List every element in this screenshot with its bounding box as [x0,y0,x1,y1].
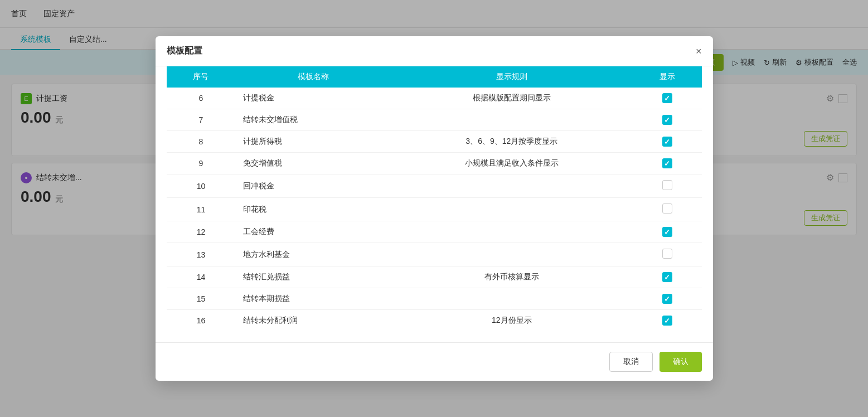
cell-rule: 12月份显示 [391,310,633,332]
checkbox-10[interactable] [662,180,672,190]
cell-rule: 小规模且满足收入条件显示 [391,153,633,174]
table-row: 11印花税 [167,198,702,221]
checkbox-7[interactable] [662,115,672,125]
cell-rule: 根据模版配置期间显示 [391,88,633,109]
modal-template-config: 模板配置 × 序号 模板名称 显示规则 显示 6计提税金根据模版配置期间 [156,36,713,381]
col-header-display: 显示 [633,66,702,88]
cell-name: 结转汇兑损益 [235,266,391,288]
cell-id: 14 [167,266,236,288]
cell-check [633,310,702,332]
cell-id: 8 [167,131,236,153]
cell-id: 13 [167,243,236,266]
table-row: 15结转本期损益 [167,288,702,310]
checkbox-11[interactable] [662,203,672,214]
table-row: 8计提所得税3、6、9、12月按季度显示 [167,131,702,153]
checkbox-14[interactable] [662,272,672,282]
cell-rule: 3、6、9、12月按季度显示 [391,131,633,153]
table-row: 7结转未交增值税 [167,109,702,131]
cell-name: 结转本期损益 [235,288,391,310]
table-row: 12工会经费 [167,221,702,243]
background-page: 首页 固定资产 系统模板 自定义结... 测算金额 ▷ 视频 ↻ 刷新 ⚙ 模板… [0,0,868,417]
cell-name: 工会经费 [235,221,391,243]
table-row: 10回冲税金 [167,174,702,198]
cell-check [633,109,702,131]
cell-rule [391,198,633,221]
cell-id: 15 [167,288,236,310]
cell-check [633,266,702,288]
checkbox-13[interactable] [662,249,672,259]
cell-name: 地方水利基金 [235,243,391,266]
cell-name: 结转未交增值税 [235,109,391,131]
cell-id: 11 [167,198,236,221]
checkbox-6[interactable] [662,93,672,103]
cell-id: 10 [167,174,236,198]
cell-check [633,131,702,153]
cell-check [633,288,702,310]
cell-rule [391,243,633,266]
modal-overlay: 模板配置 × 序号 模板名称 显示规则 显示 6计提税金根据模版配置期间 [0,0,868,417]
table-header-row: 序号 模板名称 显示规则 显示 [167,66,702,88]
modal-header: 模板配置 × [156,36,713,66]
col-header-id: 序号 [167,66,236,88]
cell-id: 16 [167,310,236,332]
cell-check [633,153,702,174]
checkbox-8[interactable] [662,137,672,147]
cell-check [633,198,702,221]
checkbox-15[interactable] [662,294,672,304]
modal-close-button[interactable]: × [696,46,702,56]
cell-rule: 有外币核算显示 [391,266,633,288]
cell-name: 回冲税金 [235,174,391,198]
config-table: 序号 模板名称 显示规则 显示 6计提税金根据模版配置期间显示7结转未交增值税8… [167,66,702,331]
modal-title: 模板配置 [167,45,202,57]
cell-rule [391,221,633,243]
cancel-button[interactable]: 取消 [609,352,653,372]
table-row: 14结转汇兑损益有外币核算显示 [167,266,702,288]
cell-check [633,243,702,266]
cell-name: 印花税 [235,198,391,221]
cell-id: 9 [167,153,236,174]
cell-rule [391,174,633,198]
cell-id: 6 [167,88,236,109]
table-row: 9免交增值税小规模且满足收入条件显示 [167,153,702,174]
table-row: 6计提税金根据模版配置期间显示 [167,88,702,109]
checkbox-16[interactable] [662,316,672,326]
cell-name: 结转未分配利润 [235,310,391,332]
cell-rule [391,109,633,131]
cell-check [633,174,702,198]
cell-name: 计提所得税 [235,131,391,153]
cell-name: 计提税金 [235,88,391,109]
table-row: 13地方水利基金 [167,243,702,266]
col-header-name: 模板名称 [235,66,391,88]
cell-id: 12 [167,221,236,243]
table-row: 16结转未分配利润12月份显示 [167,310,702,332]
checkbox-12[interactable] [662,227,672,237]
modal-body: 序号 模板名称 显示规则 显示 6计提税金根据模版配置期间显示7结转未交增值税8… [156,66,713,342]
cell-id: 7 [167,109,236,131]
modal-footer: 取消 确认 [156,342,713,381]
checkbox-9[interactable] [662,158,672,168]
cell-rule [391,288,633,310]
col-header-rule: 显示规则 [391,66,633,88]
cell-name: 免交增值税 [235,153,391,174]
table-body: 6计提税金根据模版配置期间显示7结转未交增值税8计提所得税3、6、9、12月按季… [167,88,702,331]
cell-check [633,88,702,109]
cell-check [633,221,702,243]
confirm-button[interactable]: 确认 [660,352,702,372]
